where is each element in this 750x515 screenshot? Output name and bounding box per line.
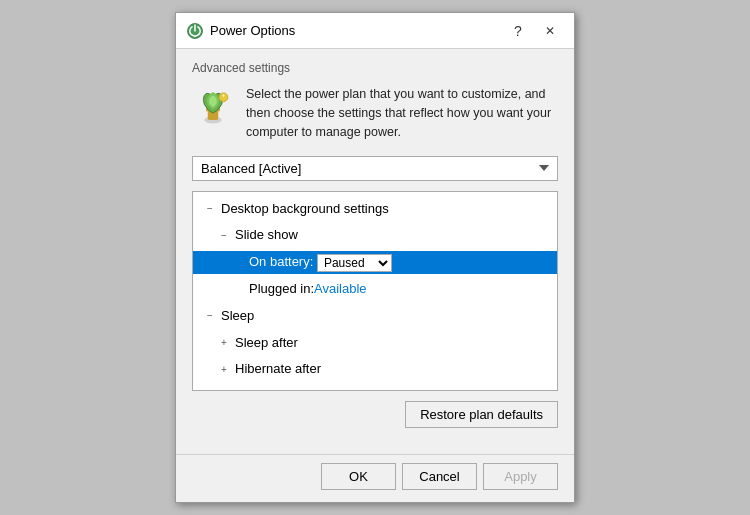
dialog-title: Power Options	[210, 23, 504, 38]
description-area: Select the power plan that you want to c…	[192, 85, 558, 141]
section-label: Advanced settings	[192, 61, 558, 75]
sleep-item[interactable]: − Sleep	[193, 305, 557, 328]
plan-select-row: Balanced [Active] Power saver High perfo…	[192, 156, 558, 181]
display-item[interactable]: − Display	[193, 385, 557, 390]
plugged-in-item[interactable]: Plugged in: Available	[193, 278, 557, 301]
on-battery-dropdown[interactable]: Paused Available	[317, 254, 392, 272]
list-item: − Display	[193, 383, 557, 390]
sleep-after-label: Sleep after	[235, 333, 298, 354]
plus-icon: +	[221, 362, 231, 378]
spacer-icon	[235, 281, 245, 297]
list-item: − Sleep	[193, 303, 557, 330]
ok-button[interactable]: OK	[321, 463, 396, 490]
apply-button[interactable]: Apply	[483, 463, 558, 490]
settings-list-container[interactable]: − Desktop background settings − Slide sh…	[192, 191, 558, 391]
plan-dropdown[interactable]: Balanced [Active] Power saver High perfo…	[192, 156, 558, 181]
hibernate-after-label: Hibernate after	[235, 359, 321, 380]
minus-icon: −	[207, 308, 217, 324]
list-item: − Desktop background settings	[193, 196, 557, 223]
slide-show-item[interactable]: − Slide show	[193, 224, 557, 247]
display-label: Display	[221, 386, 264, 390]
cancel-button[interactable]: Cancel	[402, 463, 477, 490]
restore-defaults-button[interactable]: Restore plan defaults	[405, 401, 558, 428]
list-item: + Sleep after	[193, 330, 557, 357]
title-bar: Power Options ? ✕	[176, 13, 574, 49]
sleep-after-item[interactable]: + Sleep after	[193, 332, 557, 355]
list-item: On battery: Paused Available	[193, 249, 557, 276]
footer-buttons: OK Cancel Apply	[176, 454, 574, 502]
desktop-bg-label: Desktop background settings	[221, 199, 389, 220]
power-icon-large	[192, 85, 234, 127]
restore-row: Restore plan defaults	[192, 401, 558, 428]
hibernate-after-item[interactable]: + Hibernate after	[193, 358, 557, 381]
plus-icon: +	[221, 335, 231, 351]
on-battery-label: On battery:	[249, 252, 317, 273]
spacer-icon	[235, 255, 245, 271]
title-bar-controls: ? ✕	[504, 21, 564, 41]
help-button[interactable]: ?	[504, 21, 532, 41]
close-button[interactable]: ✕	[536, 21, 564, 41]
minus-icon: −	[207, 201, 217, 217]
list-item: − Slide show	[193, 222, 557, 249]
slide-show-label: Slide show	[235, 225, 298, 246]
list-item: + Hibernate after	[193, 356, 557, 383]
sleep-label: Sleep	[221, 306, 254, 327]
plugged-in-label: Plugged in:	[249, 279, 314, 300]
minus-icon: −	[207, 389, 217, 391]
minus-icon: −	[221, 228, 231, 244]
list-item: Plugged in: Available	[193, 276, 557, 303]
dialog-body: Advanced settings Select the power plan …	[176, 49, 574, 453]
on-battery-item[interactable]: On battery: Paused Available	[193, 251, 557, 274]
power-options-dialog: Power Options ? ✕ Advanced settings Sele…	[175, 12, 575, 502]
power-options-icon	[186, 22, 204, 40]
description-text: Select the power plan that you want to c…	[246, 85, 558, 141]
desktop-bg-item[interactable]: − Desktop background settings	[193, 198, 557, 221]
settings-list: − Desktop background settings − Slide sh…	[193, 192, 557, 391]
plugged-in-value: Available	[314, 279, 367, 300]
